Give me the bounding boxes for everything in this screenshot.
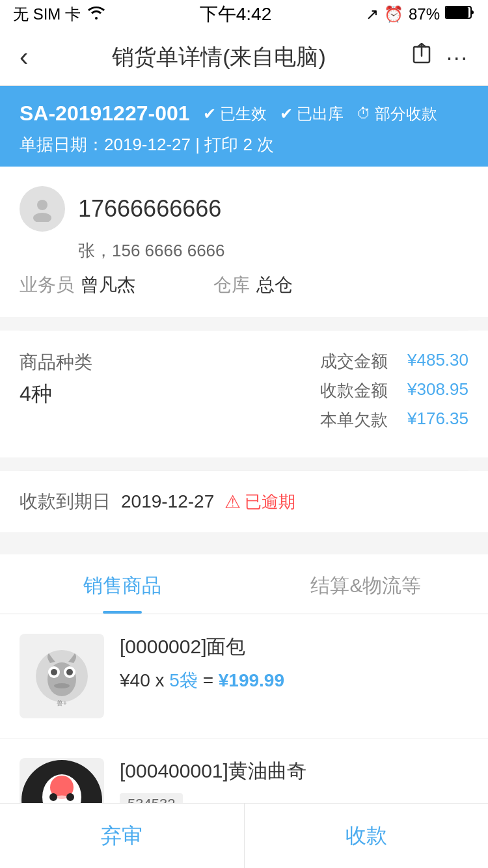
- price-total-1: ¥199.99: [219, 670, 284, 690]
- confirm-button[interactable]: 收款: [245, 804, 489, 868]
- nav-actions: ···: [410, 43, 468, 71]
- price-eq-1: =: [203, 670, 219, 690]
- owed-value: ¥176.35: [407, 409, 468, 431]
- cancel-button[interactable]: 弃审: [0, 804, 245, 868]
- check-icon-1: [203, 105, 216, 123]
- tab-sales-products[interactable]: 销售商品: [0, 554, 244, 614]
- product-image-1: 兽+: [20, 634, 104, 718]
- status-right: ↗ ⏰ 87%: [366, 5, 475, 23]
- status-partial: ⏱ 部分收款: [357, 103, 437, 124]
- product-name-2: [000400001]黄油曲奇: [120, 758, 468, 785]
- svg-point-4: [37, 200, 47, 210]
- overdue-text: 已逾期: [245, 491, 295, 513]
- location-icon: ↗: [366, 5, 379, 23]
- summary-right: 成交金额 ¥485.30 收款金额 ¥308.95 本单欠款 ¥176.35: [320, 350, 468, 438]
- svg-text:兽+: 兽+: [57, 699, 67, 707]
- signal-text: 无 SIM 卡: [13, 4, 81, 25]
- price-qty-1: 5袋: [169, 670, 198, 690]
- due-label: 收款到期日: [20, 489, 111, 514]
- battery-icon: [445, 5, 475, 23]
- clock-icon: ⏱: [357, 105, 371, 122]
- salesperson-value: 曾凡杰: [81, 273, 135, 297]
- product-types-value: 4种: [20, 382, 52, 405]
- received-value: ¥308.95: [407, 379, 468, 402]
- due-section: 收款到期日 2019-12-27 ⚠ 已逾期: [0, 471, 488, 532]
- svg-point-11: [66, 669, 73, 675]
- section-gap: [0, 545, 488, 554]
- tabs-section: 销售商品 结算&物流等: [0, 554, 488, 614]
- more-icon[interactable]: ···: [446, 44, 468, 70]
- svg-point-17: [49, 793, 57, 801]
- customer-meta: 业务员 曾凡杰 仓库 总仓: [20, 273, 468, 297]
- doc-date: 单据日期：2019-12-27 | 打印 2 次: [20, 133, 468, 156]
- summary-left: 商品种类 4种: [20, 350, 92, 438]
- svg-point-5: [33, 213, 51, 222]
- salesperson-label: 业务员: [20, 273, 74, 297]
- customer-phone: 17666666666: [78, 195, 221, 223]
- product-types-label: 商品种类: [20, 352, 92, 372]
- battery-text: 87%: [409, 5, 440, 23]
- status-shipped: 已出库: [280, 103, 344, 124]
- product-item-1: 兽+ [0000002]面包 ¥40 x 5袋 = ¥199.99: [0, 614, 488, 739]
- check-icon-2: [280, 105, 293, 123]
- back-button[interactable]: ‹: [20, 42, 28, 72]
- tab-settlement[interactable]: 结算&物流等: [244, 554, 488, 614]
- summary-section: 商品种类 4种 成交金额 ¥485.30 收款金额 ¥308.95 本单欠款 ¥…: [0, 331, 488, 457]
- svg-point-12: [54, 683, 70, 688]
- alarm-icon: ⏰: [384, 5, 403, 23]
- svg-rect-1: [446, 7, 468, 18]
- nav-bar: ‹ 销货单详情(来自电脑) ···: [0, 29, 488, 86]
- status-active: 已生效: [203, 103, 267, 124]
- price-base-1: ¥40: [120, 670, 150, 690]
- product-name-1: [0000002]面包: [120, 634, 468, 660]
- price-x-1: x: [156, 670, 170, 690]
- avatar: [20, 186, 65, 232]
- customer-section: 17666666666 张，156 6666 6666 业务员 曾凡杰 仓库 总…: [0, 167, 488, 317]
- owed-label: 本单欠款: [320, 409, 388, 431]
- overdue-icon: ⚠: [224, 491, 241, 513]
- status-time: 下午4:42: [200, 2, 272, 27]
- warehouse-value: 总仓: [256, 273, 293, 297]
- deal-amount-value: ¥485.30: [407, 350, 468, 373]
- bottom-bar: 弃审 收款: [0, 803, 488, 868]
- customer-name: 张，156 6666 6666: [78, 239, 468, 262]
- status-left: 无 SIM 卡: [13, 4, 105, 25]
- svg-point-18: [66, 793, 74, 801]
- order-number: SA-20191227-001: [20, 102, 190, 126]
- warehouse-label: 仓库: [213, 273, 250, 297]
- received-label: 收款金额: [320, 379, 388, 402]
- product-price-1: ¥40 x 5袋 = ¥199.99: [120, 668, 468, 693]
- svg-point-10: [51, 669, 57, 675]
- share-icon[interactable]: [410, 43, 433, 71]
- overdue-badge: ⚠ 已逾期: [224, 491, 295, 513]
- status-bar: 无 SIM 卡 下午4:42 ↗ ⏰ 87%: [0, 0, 488, 29]
- page-title: 销货单详情(来自电脑): [112, 42, 326, 72]
- wifi-icon: [87, 5, 105, 23]
- due-date: 2019-12-27: [121, 491, 214, 512]
- header-banner: SA-20191227-001 已生效 已出库 ⏱ 部分收款 单据日期：2019…: [0, 86, 488, 167]
- product-info-1: [0000002]面包 ¥40 x 5袋 = ¥199.99: [120, 634, 468, 718]
- deal-amount-label: 成交金额: [320, 350, 388, 373]
